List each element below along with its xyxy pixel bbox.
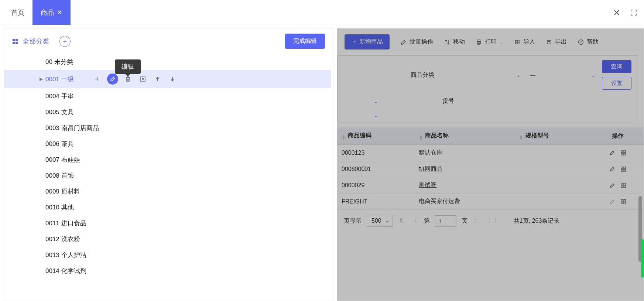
- category-item[interactable]: 0008 首饰: [4, 168, 331, 184]
- category-label: 0009 原材料: [45, 187, 80, 196]
- move-up-icon[interactable]: [153, 74, 162, 84]
- category-item[interactable]: 0006 茶具: [4, 136, 331, 152]
- last-page-button[interactable]: 〉I: [487, 216, 497, 226]
- row-more-icon[interactable]: [620, 199, 626, 205]
- category-item[interactable]: 0005 文具: [4, 104, 331, 120]
- product-name-link[interactable]: 协同商品: [419, 165, 442, 172]
- import-label: 导入: [523, 38, 535, 46]
- side-indicator: [641, 239, 644, 278]
- tab-home-label: 首页: [11, 8, 24, 17]
- hierarchy-icon[interactable]: [138, 74, 148, 84]
- category-filter-input[interactable]: [441, 72, 507, 78]
- query-label: 查询: [611, 63, 623, 71]
- chevron-down-icon[interactable]: ⌄: [591, 72, 595, 78]
- finish-edit-button[interactable]: 完成编辑: [285, 34, 325, 49]
- tab-products[interactable]: 商品 ✕: [32, 0, 71, 25]
- svg-rect-1: [478, 40, 480, 41]
- page-label-suffix: 页: [462, 217, 467, 225]
- category-item[interactable]: 0014 化学试剂: [4, 263, 331, 279]
- all-categories-title[interactable]: 全部分类: [23, 37, 49, 46]
- prev-page-button[interactable]: 〈: [410, 216, 419, 226]
- cell-spec: [515, 161, 592, 177]
- close-icon[interactable]: ✕: [57, 9, 62, 16]
- filter-settings-button[interactable]: 设置: [602, 77, 631, 90]
- help-button[interactable]: ? 帮助: [578, 38, 599, 46]
- add-child-icon[interactable]: [92, 74, 102, 84]
- plus-icon: ＋: [351, 38, 357, 46]
- chevron-down-icon[interactable]: ⌄: [374, 98, 378, 104]
- cell-ops: [592, 194, 644, 210]
- category-item[interactable]: 00 未分类: [4, 54, 331, 70]
- svg-rect-23: [13, 42, 15, 44]
- category-item[interactable]: 0010 其他: [4, 199, 331, 215]
- cell-spec: [515, 194, 592, 210]
- cell-name: 电商买家付运费: [414, 194, 514, 210]
- row-more-icon[interactable]: [620, 182, 626, 188]
- category-item[interactable]: 0004 手串: [4, 88, 331, 104]
- svg-rect-11: [621, 170, 623, 171]
- col-code[interactable]: ▲▼商品编码: [337, 127, 414, 145]
- svg-rect-9: [621, 167, 623, 169]
- category-item[interactable]: 0007 布娃娃: [4, 152, 331, 168]
- category-item[interactable]: 0013 个人护洁: [4, 247, 331, 263]
- category-item[interactable]: 0009 原材料: [4, 184, 331, 199]
- product-name-link[interactable]: 默认仓库: [419, 149, 442, 155]
- row-more-icon[interactable]: [620, 150, 626, 156]
- col-name[interactable]: ▲▼商品名称: [414, 127, 514, 145]
- row-edit-icon[interactable]: [609, 150, 615, 156]
- close-all-tabs-button[interactable]: [609, 5, 624, 20]
- row-edit-icon[interactable]: [609, 166, 615, 172]
- category-item[interactable]: ▶0001 一级: [4, 70, 331, 88]
- svg-rect-5: [621, 151, 623, 153]
- category-item[interactable]: 0011 进口食品: [4, 215, 331, 231]
- next-page-button[interactable]: 〉: [473, 216, 482, 226]
- chevron-down-icon[interactable]: ⌄: [374, 112, 378, 118]
- row-edit-icon[interactable]: [609, 182, 615, 188]
- first-page-button[interactable]: K: [398, 216, 405, 226]
- batch-operation-button[interactable]: 批量操作: [401, 38, 433, 46]
- move-button[interactable]: 移动: [444, 38, 465, 46]
- print-button[interactable]: 打印 ⌄: [476, 38, 503, 46]
- category-item[interactable]: 0003 南昌门店商品: [4, 120, 331, 136]
- category-item[interactable]: 0012 洗衣粉: [4, 231, 331, 247]
- add-product-button[interactable]: ＋ 新增商品: [345, 34, 390, 49]
- export-button[interactable]: 导出: [546, 38, 567, 46]
- svg-rect-20: [624, 202, 626, 204]
- table-row: FREIGHT电商买家付运费: [337, 194, 644, 210]
- svg-text:?: ?: [580, 40, 582, 44]
- export-icon: [546, 39, 552, 45]
- toolbar: ＋ 新增商品 批量操作 移动: [337, 28, 644, 55]
- edit-icon[interactable]: [107, 73, 118, 85]
- query-button[interactable]: 查询: [602, 60, 631, 73]
- category-filter-label: 商品分类: [405, 71, 434, 79]
- chevron-down-icon[interactable]: ⌄: [516, 72, 521, 78]
- per-page-select[interactable]: 500: [367, 215, 393, 227]
- category-label: 0003 南昌门店商品: [45, 124, 99, 132]
- category-label: 0007 布娃娃: [45, 155, 80, 164]
- svg-rect-16: [624, 186, 626, 188]
- add-category-button[interactable]: ＋: [59, 36, 71, 47]
- svg-rect-24: [16, 42, 18, 44]
- finish-edit-label: 完成编辑: [293, 38, 317, 44]
- page-input[interactable]: [435, 215, 456, 227]
- category-label: 0006 茶具: [45, 140, 74, 148]
- fullscreen-button[interactable]: [626, 5, 641, 20]
- move-down-icon[interactable]: [168, 74, 177, 84]
- caret-right-icon: ▶: [40, 76, 43, 82]
- tab-home[interactable]: 首页: [3, 0, 32, 25]
- move-label: 移动: [453, 38, 465, 46]
- row-edit-icon: [609, 199, 615, 205]
- sku-filter-input[interactable]: [461, 98, 527, 105]
- col-spec[interactable]: ▲▼规格型号: [515, 127, 592, 145]
- edit-icon: [401, 39, 407, 45]
- category-label: 0014 化学试剂: [45, 267, 86, 275]
- row-more-icon[interactable]: [620, 166, 626, 172]
- product-name-link[interactable]: 测试呀: [419, 182, 436, 188]
- product-name-text: 电商买家付运费: [419, 198, 460, 204]
- pager-info: 共1页, 263条记录: [514, 217, 559, 225]
- close-icon: [613, 9, 620, 16]
- import-button[interactable]: 导入: [514, 38, 535, 46]
- help-label: 帮助: [587, 38, 599, 46]
- sort-icon: ▲▼: [519, 135, 523, 140]
- category-filter-input-2[interactable]: [545, 72, 582, 78]
